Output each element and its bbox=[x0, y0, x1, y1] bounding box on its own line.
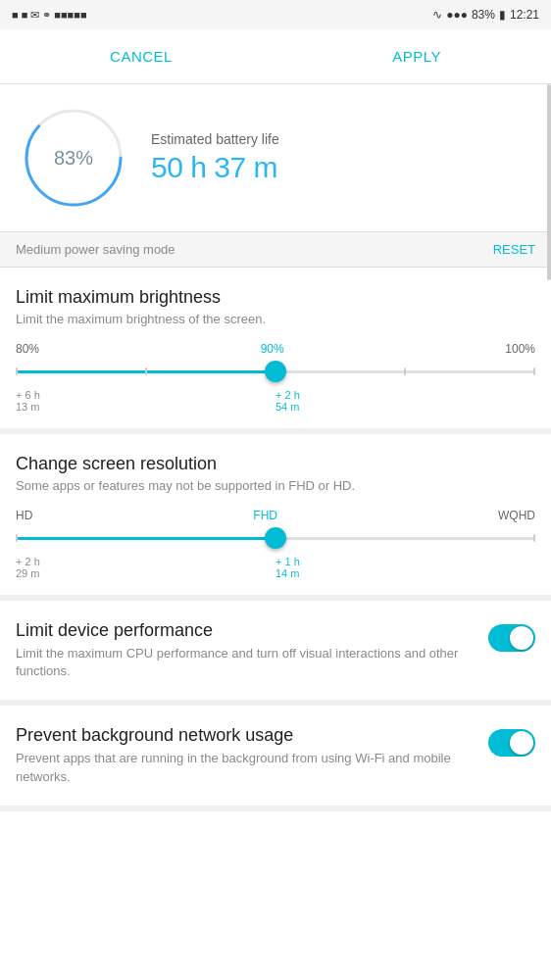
tick-3 bbox=[404, 368, 406, 375]
prevent-network-title: Prevent background network usage bbox=[16, 725, 476, 746]
prevent-network-desc: Prevent apps that are running in the bac… bbox=[16, 750, 476, 785]
mode-bar: Medium power saving mode RESET bbox=[0, 232, 551, 268]
status-icons: ■ ■ ✉ ⚭ ■■■■■ bbox=[12, 9, 87, 22]
battery-circle: 83% bbox=[20, 104, 127, 212]
limit-performance-text: Limit device performance Limit the maxim… bbox=[16, 620, 476, 680]
brightness-desc: Limit the maximum brightness of the scre… bbox=[16, 312, 535, 326]
brightness-label-2: 100% bbox=[505, 342, 535, 356]
reset-button[interactable]: RESET bbox=[493, 242, 535, 257]
fb-icon: ■ bbox=[12, 9, 19, 21]
notification-icons: ■■■■■ bbox=[54, 9, 86, 21]
resolution-times: + 2 h29 m + 1 h14 m bbox=[16, 556, 535, 579]
brightness-title: Limit maximum brightness bbox=[16, 287, 535, 308]
wifi-icon: ∿ bbox=[432, 8, 442, 22]
clock: 12:21 bbox=[510, 8, 539, 22]
resolution-track bbox=[16, 537, 535, 540]
tick-4 bbox=[533, 368, 535, 375]
prevent-network-section: Prevent background network usage Prevent… bbox=[0, 706, 551, 810]
resolution-title: Change screen resolution bbox=[16, 454, 535, 474]
prevent-network-text: Prevent background network usage Prevent… bbox=[16, 725, 476, 785]
resolution-labels: HD FHD WQHD bbox=[16, 509, 535, 522]
limit-performance-desc: Limit the maximum CPU performance and tu… bbox=[16, 645, 476, 680]
scroll-indicator bbox=[547, 84, 551, 280]
battery-section: 83% Estimated battery life 50 h 37 m bbox=[0, 84, 551, 232]
brightness-time-0: + 6 h13 m bbox=[16, 389, 40, 413]
battery-time: 50 h 37 m bbox=[151, 151, 279, 184]
status-bar: ■ ■ ✉ ⚭ ■■■■■ ∿ ●●● 83% ▮ 12:21 bbox=[0, 0, 551, 29]
resolution-desc: Some apps or features may not be support… bbox=[16, 478, 535, 493]
brightness-section: Limit maximum brightness Limit the maxim… bbox=[0, 268, 551, 434]
battery-label: Estimated battery life bbox=[151, 131, 279, 147]
brightness-track bbox=[16, 370, 535, 373]
prevent-network-toggle[interactable] bbox=[488, 729, 535, 757]
brightness-time-1: + 2 h54 m bbox=[276, 389, 300, 413]
main-content: 83% Estimated battery life 50 h 37 m Med… bbox=[0, 84, 551, 980]
limit-performance-toggle[interactable] bbox=[488, 624, 535, 652]
prevent-network-knob bbox=[510, 731, 533, 755]
mode-text: Medium power saving mode bbox=[16, 242, 175, 257]
settings-icon: ⚭ bbox=[42, 9, 51, 22]
battery-status: 83% bbox=[472, 8, 495, 22]
battery-icon: ▮ bbox=[499, 8, 506, 22]
limit-performance-title: Limit device performance bbox=[16, 620, 476, 641]
tick-1 bbox=[145, 368, 147, 375]
tick-0 bbox=[16, 368, 18, 375]
mail-icon: ✉ bbox=[30, 9, 39, 22]
tick-r0 bbox=[16, 534, 18, 542]
tick-r2 bbox=[533, 534, 535, 542]
brightness-times: + 6 h13 m + 2 h54 m bbox=[16, 389, 535, 413]
brightness-labels: 80% 90% 100% bbox=[16, 342, 535, 356]
resolution-thumb[interactable] bbox=[265, 527, 286, 549]
resolution-time-0: + 2 h29 m bbox=[16, 556, 40, 579]
resolution-label-wqhd: WQHD bbox=[498, 509, 535, 522]
battery-info: Estimated battery life 50 h 37 m bbox=[151, 131, 279, 184]
brightness-label-1: 90% bbox=[261, 342, 284, 356]
resolution-label-hd: HD bbox=[16, 509, 32, 522]
resolution-time-1: + 1 h14 m bbox=[276, 556, 300, 579]
top-nav: CANCEL APPLY bbox=[0, 29, 551, 84]
brightness-label-0: 80% bbox=[16, 342, 39, 356]
battery-percentage: 83% bbox=[54, 147, 93, 170]
signal-icon: ●●● bbox=[446, 8, 468, 22]
resolution-slider[interactable] bbox=[16, 526, 535, 550]
apply-button[interactable]: APPLY bbox=[353, 32, 480, 80]
photo-icon: ■ bbox=[22, 9, 28, 21]
resolution-label-fhd: FHD bbox=[253, 509, 277, 522]
limit-performance-knob bbox=[510, 626, 533, 650]
cancel-button[interactable]: CANCEL bbox=[71, 32, 212, 80]
resolution-section: Change screen resolution Some apps or fe… bbox=[0, 434, 551, 601]
status-right: ∿ ●●● 83% ▮ 12:21 bbox=[432, 8, 539, 22]
brightness-thumb[interactable] bbox=[265, 361, 286, 382]
limit-performance-section: Limit device performance Limit the maxim… bbox=[0, 601, 551, 706]
brightness-slider[interactable] bbox=[16, 360, 535, 383]
